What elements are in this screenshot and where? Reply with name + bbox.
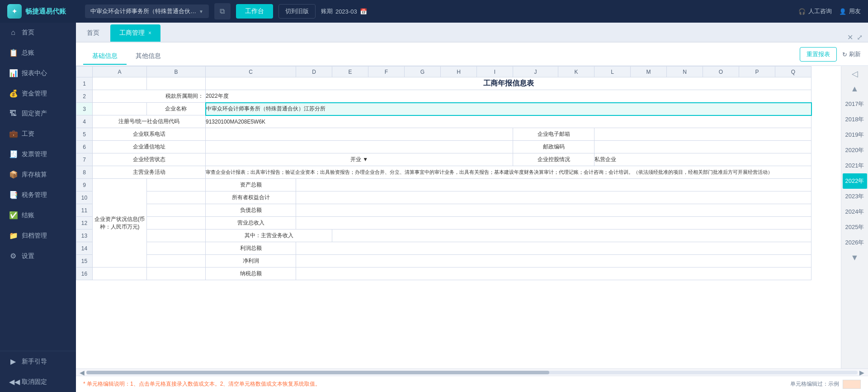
cell-1-title[interactable]: 工商年报信息表	[206, 77, 811, 90]
inner-tab-other[interactable]: 其他信息	[127, 48, 170, 65]
cell-3-value[interactable]: 中审众环会计师事务所（特殊普通合伙）江苏分所	[206, 103, 811, 115]
cell-13-value[interactable]	[332, 229, 811, 242]
tab-ctrl-expand[interactable]: ⤢	[857, 33, 863, 42]
sidebar-item-ledger[interactable]: 📋 总账	[0, 43, 76, 63]
year-2021[interactable]: 2021年	[843, 158, 867, 173]
content-area: 首页 工商管理 × ✕ ⤢ 基础信息 其他信息 重置报表 ↻ 刷	[76, 23, 868, 392]
year-2017[interactable]: 2017年	[843, 96, 867, 112]
row-num-6: 6	[76, 141, 93, 153]
app-name: 畅捷通易代账	[25, 7, 66, 16]
cell-11-value[interactable]	[296, 204, 811, 217]
tab-close-icon[interactable]: ×	[148, 30, 151, 36]
sidebar-new-guide[interactable]: ▶ 新手引导	[0, 351, 76, 372]
inner-tab-basic[interactable]: 基础信息	[83, 48, 127, 65]
cell-7-status[interactable]: 开业 ▼	[206, 153, 513, 166]
sidebar-new-guide-label: 新手引导	[22, 358, 47, 366]
col-header-D: D	[296, 67, 332, 77]
year-2018[interactable]: 2018年	[843, 112, 867, 127]
row-5: 5 企业联系电话 企业电子邮箱	[76, 128, 811, 141]
sidebar-item-archive[interactable]: 📁 归档管理	[0, 225, 76, 246]
sidebar-item-home[interactable]: ⌂ 首页	[0, 23, 76, 43]
refresh-icon: ↻	[842, 51, 847, 58]
cell-4-label: 注册号/统一社会信用代码	[93, 115, 206, 128]
calendar-icon[interactable]: 📅	[360, 8, 367, 15]
sidebar-label-finance: 资金管理	[22, 90, 47, 98]
user-menu[interactable]: 👤 用友	[839, 7, 861, 15]
settle-icon: ✅	[9, 211, 17, 220]
workbench-button[interactable]: 工作台	[236, 4, 273, 19]
hscroll-track[interactable]	[86, 371, 858, 374]
cell-6-address[interactable]	[206, 141, 513, 153]
ledger-icon: 📋	[9, 48, 17, 57]
app-logo: ✦ 畅捷通易代账	[7, 4, 80, 19]
sidebar-item-assets[interactable]: 🏗 固定资产	[0, 104, 76, 124]
year-2020[interactable]: 2020年	[843, 143, 867, 158]
copy-icon-btn[interactable]: ⧉	[214, 3, 231, 19]
year-2025[interactable]: 2025年	[843, 220, 867, 235]
switch-version-button[interactable]: 切到旧版	[278, 4, 316, 19]
refresh-button[interactable]: ↻ 刷新	[842, 50, 861, 58]
cell-3-A	[93, 103, 147, 115]
sidebar-item-inventory[interactable]: 📦 库存核算	[0, 164, 76, 185]
cell-12-value[interactable]	[296, 217, 811, 229]
sidebar-item-settle[interactable]: ✅ 结账	[0, 205, 76, 225]
settings-icon: ⚙	[9, 252, 17, 260]
sidebar-item-payroll[interactable]: 💼 工资	[0, 124, 76, 144]
hscroll-left[interactable]: ◀	[78, 369, 86, 376]
cell-10-value[interactable]	[296, 191, 811, 204]
panel-scroll-up[interactable]: ▲	[848, 81, 862, 96]
help-button[interactable]: 🎧 人工咨询	[798, 7, 832, 15]
year-2019[interactable]: 2019年	[843, 127, 867, 143]
cell-16-value[interactable]	[296, 268, 811, 280]
sidebar-item-tax[interactable]: 📑 税务管理	[0, 185, 76, 205]
row-16: 16 纳税总额	[76, 268, 811, 280]
year-2024[interactable]: 2024年	[843, 204, 867, 220]
cell-4-value[interactable]: 91320100MA208E5W6K	[206, 115, 811, 128]
sidebar-item-finance[interactable]: 💰 资金管理	[0, 83, 76, 104]
horizontal-scrollbar[interactable]: ◀ ▶	[76, 368, 868, 376]
sidebar-item-invoice[interactable]: 🧾 发票管理	[0, 144, 76, 164]
reset-report-button[interactable]: 重置报表	[800, 47, 837, 62]
cell-6-zip[interactable]	[594, 141, 811, 153]
year-2023[interactable]: 2023年	[843, 189, 867, 204]
year-panel: ◁ ▲ 2017年 2018年 2019年 2020年 2021年 2022年 …	[841, 66, 868, 368]
refresh-label: 刷新	[849, 50, 861, 58]
cell-13-main-revenue: 其中：主营业务收入	[206, 229, 332, 242]
spreadsheet-main[interactable]: A B C D E F G H I J K L	[76, 66, 841, 368]
cell-5-email[interactable]	[594, 128, 811, 141]
sidebar-label-archive: 归档管理	[22, 232, 47, 240]
cell-5-phone[interactable]	[206, 128, 513, 141]
hscroll-thumb[interactable]	[86, 371, 549, 374]
cell-14-value[interactable]	[296, 242, 811, 255]
col-header-F: F	[368, 67, 405, 77]
row-num-10: 10	[76, 191, 93, 204]
panel-collapse-left[interactable]: ◁	[849, 66, 861, 81]
cell-9-value[interactable]	[296, 179, 811, 191]
tab-ctrl-close[interactable]: ✕	[847, 33, 853, 42]
sidebar: ⌂ 首页 📋 总账 📊 报表中心 💰 资金管理 🏗 固定资产 💼 工资	[0, 23, 76, 392]
row-num-8: 8	[76, 166, 93, 179]
sidebar-bottom: ▶ 新手引导 ◀◀ 取消固定	[0, 351, 76, 392]
sidebar-item-reports[interactable]: 📊 报表中心	[0, 63, 76, 83]
cell-3-label: 企业名称	[147, 103, 206, 115]
row-num-16: 16	[76, 268, 93, 280]
hscroll-right[interactable]: ▶	[858, 369, 866, 376]
year-2026[interactable]: 2026年	[843, 235, 867, 250]
col-header-K: K	[558, 67, 594, 77]
cell-8-value[interactable]: 审查企业会计报表；出具审计报告；验证企业资本；出具验资报告；办理企业合并、分立、…	[206, 166, 811, 179]
cell-15-value[interactable]	[296, 255, 811, 268]
sidebar-unpin[interactable]: ◀◀ 取消固定	[0, 372, 76, 392]
home-icon: ⌂	[9, 29, 17, 37]
year-2022[interactable]: 2022年	[843, 173, 867, 189]
row-num-3: 3	[76, 103, 93, 115]
tab-home[interactable]: 首页	[78, 24, 108, 42]
sidebar-item-settings[interactable]: ⚙ 设置	[0, 246, 76, 266]
tab-commerce[interactable]: 工商管理 ×	[110, 24, 160, 42]
company-selector[interactable]: 中审众环会计师事务所（特殊普通合伙… ▼	[85, 5, 209, 18]
col-header-B: B	[147, 67, 206, 77]
row-11: 11 负债总额	[76, 204, 811, 217]
cell-2-value[interactable]: 2022年度	[206, 90, 811, 103]
cell-7-control[interactable]: 私营企业	[594, 153, 811, 166]
panel-scroll-down[interactable]: ▼	[848, 250, 862, 265]
sidebar-label-tax: 税务管理	[22, 191, 47, 199]
